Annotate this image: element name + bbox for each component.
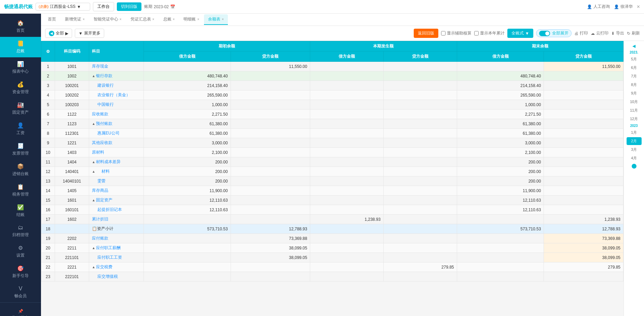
month-4[interactable]: 4月 [627, 154, 642, 162]
tab-detail[interactable]: 明细账 × [179, 14, 203, 25]
row-name-link-5[interactable]: 应收账款 [92, 112, 108, 116]
row-name-link-10[interactable]: 材料成本差异 [96, 159, 121, 164]
row-name-link-0[interactable]: 库存现金 [92, 64, 108, 69]
settings-col-header[interactable]: ⚙ [41, 41, 55, 62]
sidebar-item-tax[interactable]: 📋 税务管理 [0, 180, 41, 201]
toggle-switch[interactable] [539, 31, 550, 36]
tab-home[interactable]: 首页 [44, 14, 60, 25]
row-name-link-19[interactable]: 应付职工薪酬 [96, 245, 121, 250]
sidebar-item-guide[interactable]: 🎯 新手引导 [0, 262, 41, 282]
row-name-13[interactable]: 库存商品 [89, 186, 144, 196]
refresh-button[interactable]: ↻ 刷新 [627, 30, 640, 36]
tab-balance[interactable]: 余额表 × [204, 14, 228, 25]
expand-icon-14[interactable]: ▲ [92, 198, 95, 202]
row-name-link-15[interactable]: 起提折旧记本 [97, 207, 122, 212]
filter-button[interactable]: ◀ 全部 ▶ [45, 29, 72, 38]
ytd-checkbox-input[interactable] [474, 31, 479, 35]
tab-ledger[interactable]: 总账 × [159, 14, 179, 25]
month-2[interactable]: 2月 [627, 137, 642, 145]
row-name-9[interactable]: 原材料 [89, 148, 144, 157]
row-name-link-18[interactable]: 应付账款 [92, 236, 108, 241]
row-name-link-6[interactable]: 预付账款 [96, 121, 112, 126]
month-prev-9[interactable]: 9月 [627, 89, 642, 97]
tab-ledger-close[interactable]: × [173, 17, 175, 21]
expand-icon-1[interactable]: ▲ [92, 74, 95, 78]
row-name-0[interactable]: 库存现金 [89, 62, 144, 71]
row-name-link-9[interactable]: 原材料 [92, 150, 104, 155]
user-profile[interactable]: 👤 徐泽华 [614, 4, 633, 10]
row-name-link-13[interactable]: 库存商品 [92, 188, 108, 193]
row-name-link-22[interactable]: 应交增值税 [97, 274, 118, 279]
month-prev-6[interactable]: 6月 [627, 64, 642, 72]
row-name-22[interactable]: 应交增值税 [89, 272, 144, 282]
style-button[interactable]: 全账式 ▼ [507, 29, 533, 38]
tab-smart-verify-close[interactable]: × [120, 17, 122, 21]
row-name-link-4[interactable]: 中国银行 [97, 102, 114, 107]
sidebar-item-ledger[interactable]: 📒 总账 [0, 37, 41, 57]
row-name-7[interactable]: 惠属EU公司 [89, 129, 144, 138]
expand-icon-19[interactable]: ▲ [92, 246, 95, 250]
row-name-21[interactable]: ▲应交税费 [89, 262, 144, 272]
row-name-2[interactable]: 建设银行 [89, 81, 144, 90]
sidebar-item-member[interactable]: V 畅会员 [0, 282, 41, 302]
tab-voucher-summary[interactable]: 凭证汇总表 × [126, 14, 159, 25]
row-name-link-1[interactable]: 银行存款 [96, 73, 112, 78]
workspace-button[interactable]: 工作台 [93, 2, 114, 11]
expand-icon-6[interactable]: ▲ [92, 122, 95, 126]
sidebar-item-purchase[interactable]: 📦 进销台账 [0, 160, 41, 180]
row-name-19[interactable]: ▲应付职工薪酬 [89, 243, 144, 253]
sidebar-item-fixed[interactable]: 🏭 固定资产 [0, 98, 41, 119]
tab-new-voucher-close[interactable]: × [83, 17, 85, 21]
month-prev-10[interactable]: 10月 [627, 98, 642, 106]
close-button[interactable]: × [637, 4, 640, 10]
row-name-6[interactable]: ▲预付账款 [89, 119, 144, 129]
export-button[interactable]: ⬇ 导出 [611, 30, 624, 36]
row-name-1[interactable]: ▲银行存款 [89, 71, 144, 81]
expand-sidebar-arrow[interactable]: ◀ [631, 42, 637, 50]
row-name-10[interactable]: ▲材料成本差异 [89, 157, 144, 167]
row-name-15[interactable]: 起提折旧记本 [89, 205, 144, 215]
cloud-print-button[interactable]: ☁ 云打印 [591, 30, 608, 36]
row-name-link-2[interactable]: 建设银行 [97, 83, 114, 88]
company-selector[interactable]: (勿删) 江西股金-LSS ▼ [36, 3, 90, 11]
row-name-14[interactable]: ▲固定资产 [89, 196, 144, 205]
row-name-4[interactable]: 中国银行 [89, 100, 144, 110]
sidebar-item-capital[interactable]: 💰 资金管理 [0, 78, 41, 98]
month-1[interactable]: 1月 [627, 129, 642, 137]
sidebar-item-settle[interactable]: ✅ 结账 [0, 201, 41, 221]
switch-version-button[interactable]: 切到旧版 [117, 2, 141, 11]
row-name-20[interactable]: 应付职工工资 [89, 253, 144, 262]
row-name-link-11[interactable]: 材料 [101, 169, 110, 174]
row-name-11[interactable]: ▲材料 [89, 167, 144, 176]
expand-button[interactable]: ▼ 展开更多 [75, 29, 104, 38]
sidebar-item-settings[interactable]: ⚙ 设置 [0, 241, 41, 262]
row-name-link-8[interactable]: 其他应收款 [92, 140, 112, 145]
month-prev-5[interactable]: 5月 [627, 55, 642, 63]
tab-smart-verify[interactable]: 智能凭证中心 × [90, 14, 126, 25]
help-btn[interactable]: 👤 人工咨询 [587, 4, 610, 10]
sidebar-item-invoice[interactable]: 🧾 发票管理 [0, 139, 41, 160]
month-prev-11[interactable]: 11月 [627, 106, 642, 114]
tab-balance-close[interactable]: × [222, 17, 224, 21]
expand-icon-21[interactable]: ▲ [92, 265, 95, 269]
row-name-link-16[interactable]: 累计折旧 [92, 217, 108, 221]
expand-icon-11[interactable]: ▲ [92, 170, 95, 173]
row-name-12[interactable]: 雯蕾 [89, 176, 144, 186]
assist-checkbox-input[interactable] [441, 31, 446, 35]
row-name-link-12[interactable]: 雯蕾 [97, 178, 106, 183]
row-name-link-14[interactable]: 固定资产 [96, 198, 112, 202]
pin-button[interactable]: 📌 取消固定 [0, 305, 41, 316]
row-name-8[interactable]: 其他应收款 [89, 138, 144, 148]
expand-icon-10[interactable]: ▲ [92, 160, 95, 164]
row-name-18[interactable]: 应付账款 [89, 234, 144, 243]
month-prev-12[interactable]: 12月 [627, 115, 642, 123]
print-button[interactable]: 🖨 打印 [574, 30, 588, 36]
sidebar-item-report[interactable]: 📊 报表中心 [0, 57, 41, 78]
return-old-version-button[interactable]: 返回旧版 [414, 29, 438, 38]
tab-voucher-summary-close[interactable]: × [152, 17, 154, 21]
row-name-link-7[interactable]: 惠属EU公司 [97, 131, 120, 135]
row-name-link-3[interactable]: 农业银行（美金） [97, 92, 130, 97]
sidebar-item-home[interactable]: 🏠 首页 [0, 16, 41, 37]
expand-all-toggle[interactable]: 全部展开 [536, 29, 572, 37]
tab-new-voucher[interactable]: 新增凭证 × [61, 14, 89, 25]
